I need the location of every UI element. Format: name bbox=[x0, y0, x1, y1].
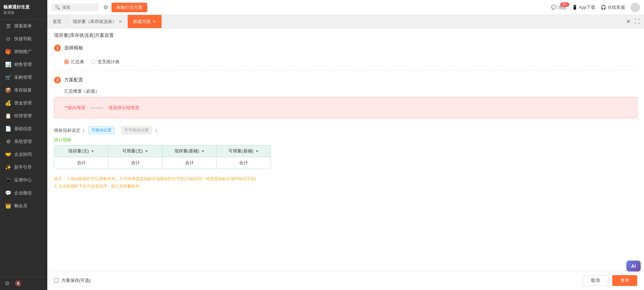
sidebar-item-marketing[interactable]: 🎁 营销推广 bbox=[0, 45, 47, 58]
sidebar-icon-wechat: 💬 bbox=[5, 190, 11, 196]
app-subtitle: 标准版 bbox=[3, 10, 44, 15]
industry-btn[interactable]: 体验行业方案 bbox=[112, 3, 147, 12]
sidebar-item-basic-info[interactable]: 📄 基础信息 bbox=[0, 122, 47, 135]
stats-body-cell-1: 合计 bbox=[108, 157, 163, 169]
ai-button[interactable]: Ai bbox=[626, 261, 641, 271]
online-service-label: 在线客服 bbox=[608, 4, 625, 10]
settings-icon[interactable]: ⚙ bbox=[5, 280, 9, 287]
app-download-label: App下载 bbox=[579, 4, 595, 10]
online-service-item[interactable]: 🎧 在线客服 bbox=[601, 4, 625, 10]
divider-1 bbox=[54, 70, 637, 71]
stats-header-cell-3[interactable]: 可用量(基辅)▼ bbox=[217, 145, 271, 157]
sidebar-item-business[interactable]: 📋 经营管理 bbox=[0, 110, 47, 122]
headset-icon: 🎧 bbox=[601, 5, 606, 10]
sidebar: 畅康通好生意 标准版 ☰ 搜索菜单 ⊙ 快捷导航 🎁 营销推广 📊 销售管理 🛒… bbox=[0, 0, 47, 290]
app-title: 畅康通好生意 bbox=[3, 4, 44, 10]
tab-inventory-status[interactable]: 现存量（库存状况表） ✕ bbox=[67, 15, 128, 28]
radio-summary-circle bbox=[64, 59, 69, 64]
stats-header-cell-2[interactable]: 现存量(基辅)▼ bbox=[163, 145, 217, 157]
sidebar-item-finance[interactable]: 💰 资金管理 bbox=[0, 97, 47, 110]
non-draggable-badge: 不可拖动位置 bbox=[121, 126, 152, 134]
sidebar-icon-system: ⚙ bbox=[5, 139, 11, 145]
sidebar-icon-finance: 💰 bbox=[5, 100, 11, 106]
radio-summary-label: 汇总表 bbox=[71, 59, 84, 65]
topbar-gear-icon[interactable]: ⚙ bbox=[103, 4, 108, 10]
dropdown-arrow-3[interactable]: ▼ bbox=[255, 149, 259, 153]
content-inner: 现存量(库存状况表)方案设置 1 选择模板 汇总表 交叉统计表 2 bbox=[47, 28, 644, 290]
sidebar-label-member: 畅会员 bbox=[14, 203, 27, 209]
stats-section-label: 统计指标 bbox=[54, 137, 637, 143]
stats-body-cell-0: 合计 bbox=[54, 157, 108, 169]
stats-body-cell-2: 合计 bbox=[163, 157, 217, 169]
search-input[interactable] bbox=[62, 5, 89, 10]
stats-header-cell-0[interactable]: 现存量(主)▼ bbox=[54, 145, 108, 157]
sidebar-icon-inventory: 📦 bbox=[5, 87, 11, 93]
step1-header: 1 选择模板 bbox=[47, 41, 644, 55]
tab-inventory-close[interactable]: ✕ bbox=[119, 19, 122, 24]
dropdown-arrow-0[interactable]: ▼ bbox=[91, 149, 94, 153]
radio-cross[interactable]: 交叉统计表 bbox=[91, 59, 120, 65]
sidebar-item-enterprise[interactable]: 🤝 企业协同 bbox=[0, 148, 47, 161]
stats-section: 统计指标 现存量(主)▼可用量(主)▼现存量(基辅)▼可用量(基辅)▼ 合计合计… bbox=[54, 137, 637, 170]
dimension-row: **纵向维度 —— 请选择分组维度 bbox=[65, 104, 627, 111]
avatar[interactable] bbox=[630, 3, 640, 12]
tab-new-scheme[interactable]: 新建方案 ✕ bbox=[128, 15, 162, 28]
footer: 方案保存(可选) 取消 查询 bbox=[47, 271, 644, 290]
tabbar-controls: ✕ ⛶ bbox=[622, 15, 644, 28]
footer-right: 取消 查询 bbox=[583, 275, 637, 286]
vertical-dim-label: **纵向维度 bbox=[65, 105, 85, 111]
sidebar-item-purchase[interactable]: 🛒 采购管理 bbox=[0, 71, 47, 84]
sidebar-label-finance: 资金管理 bbox=[14, 100, 32, 106]
page-title: 现存量(库存状况表)方案设置 bbox=[47, 28, 644, 41]
sidebar-item-sales[interactable]: 📊 销售管理 bbox=[0, 58, 47, 71]
sidebar-label-purchase: 采购管理 bbox=[14, 74, 32, 80]
step1-label: 选择模板 bbox=[64, 45, 83, 51]
sidebar-item-app-center[interactable]: 📱 应用中心 bbox=[0, 174, 47, 187]
search-box[interactable]: 🔍 bbox=[51, 3, 99, 11]
indicator-settings: 模板指标设定（ 可拖动位置 不可拖动位置 ） bbox=[47, 124, 644, 137]
app-download-item[interactable]: 📱 App下载 bbox=[572, 4, 595, 10]
sidebar-item-system[interactable]: ⚙ 系统管理 bbox=[0, 135, 47, 148]
sidebar-icon-new-guide: ✨ bbox=[5, 164, 11, 170]
radio-cross-circle bbox=[91, 59, 96, 64]
stats-header-cell-1[interactable]: 可用量(主)▼ bbox=[108, 145, 163, 157]
tab-home[interactable]: 首页 bbox=[47, 15, 67, 28]
sidebar-icon-purchase: 🛒 bbox=[5, 74, 11, 80]
main-area: 🔍 ⚙ 体验行业方案 💬 消息 99+ 📱 App下载 🎧 在线客服 首页 bbox=[47, 0, 644, 290]
tabbar: 首页 现存量（库存状况表） ✕ 新建方案 ✕ ✕ ⛶ bbox=[47, 15, 644, 28]
step2-header: 2 方案配置 bbox=[47, 73, 644, 87]
sidebar-footer: ⚙ 🔇 bbox=[0, 276, 47, 290]
dropdown-arrow-1[interactable]: ▼ bbox=[145, 149, 148, 153]
sidebar-item-wechat[interactable]: 💬 企业微信 bbox=[0, 187, 47, 199]
dim-placeholder[interactable]: 请选择分组维度 bbox=[108, 105, 139, 111]
footer-left: 方案保存(可选) bbox=[54, 277, 91, 284]
sidebar-item-member[interactable]: 👑 畅会员 bbox=[0, 199, 47, 212]
sidebar-item-search-menu[interactable]: ☰ 搜索菜单 bbox=[0, 20, 47, 32]
topbar-right: 💬 消息 99+ 📱 App下载 🎧 在线客服 bbox=[551, 3, 640, 12]
sidebar-icon-app-center: 📱 bbox=[5, 177, 11, 183]
sound-icon[interactable]: 🔇 bbox=[15, 280, 22, 287]
dimension-area: **纵向维度 —— 请选择分组维度 bbox=[54, 97, 637, 118]
sidebar-icon-sales: 📊 bbox=[5, 62, 11, 68]
sidebar-item-new-guide[interactable]: ✨ 新手引导 bbox=[0, 161, 47, 174]
dropdown-arrow-2[interactable]: ▼ bbox=[201, 149, 204, 153]
expand-icon[interactable]: ⛶ bbox=[633, 18, 641, 25]
stats-col-label-1: 可用量(主) bbox=[122, 148, 143, 154]
radio-summary[interactable]: 汇总表 bbox=[64, 59, 84, 65]
sidebar-label-quick-nav: 快捷导航 bbox=[14, 36, 32, 42]
sidebar-label-basic-info: 基础信息 bbox=[14, 126, 32, 132]
vertical-dim-text: *纵向维度 bbox=[66, 105, 85, 110]
sidebar-logo: 畅康通好生意 标准版 bbox=[0, 0, 47, 20]
cancel-button[interactable]: 取消 bbox=[583, 275, 608, 286]
save-checkbox[interactable] bbox=[54, 278, 59, 283]
sidebar-label-wechat: 企业微信 bbox=[14, 190, 32, 196]
tips-text2: 2. 点击标题栏下拉可设置排序、插入列和删除列 bbox=[54, 184, 140, 189]
query-button[interactable]: 查询 bbox=[612, 275, 637, 286]
sidebar-icon-enterprise: 🤝 bbox=[5, 151, 11, 158]
tab-new-scheme-close[interactable]: ✕ bbox=[153, 19, 156, 24]
sidebar-item-quick-nav[interactable]: ⊙ 快捷导航 bbox=[0, 32, 47, 45]
topbar: 🔍 ⚙ 体验行业方案 💬 消息 99+ 📱 App下载 🎧 在线客服 bbox=[47, 0, 644, 15]
messages-item[interactable]: 💬 消息 99+ bbox=[551, 4, 567, 10]
sidebar-item-inventory[interactable]: 📦 库存核算 bbox=[0, 84, 47, 97]
close-tab-icon[interactable]: ✕ bbox=[625, 18, 632, 25]
